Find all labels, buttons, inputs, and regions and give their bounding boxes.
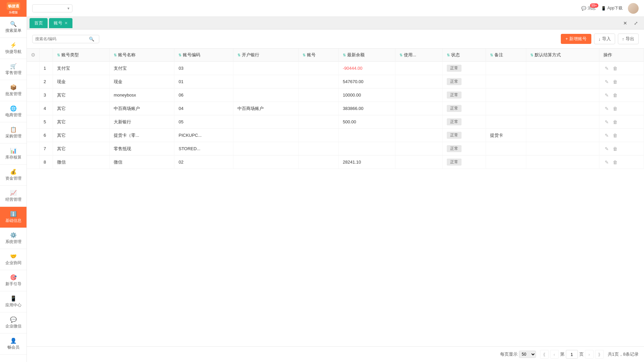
sidebar-label-app-center: 应用中心	[5, 302, 21, 308]
tab-home[interactable]: 首页	[30, 18, 48, 28]
tab-home-label: 首页	[34, 20, 43, 26]
tab-account[interactable]: 账号 ✕	[49, 18, 72, 28]
cell-name-3: 中百商场账户	[110, 102, 174, 115]
new-account-button[interactable]: + 新增账号	[561, 34, 591, 44]
cell-settings-6	[27, 142, 40, 156]
cell-type-2: 其它	[53, 88, 110, 102]
cell-usage-2	[395, 88, 443, 102]
next-page-btn[interactable]: ›	[585, 350, 594, 359]
delete-btn-2[interactable]: 🗑	[613, 93, 618, 98]
col-remark[interactable]: ⇅备注	[486, 49, 526, 62]
export-button[interactable]: ↑ 导出	[618, 34, 639, 44]
search-icon[interactable]: 🔍	[89, 37, 94, 42]
cell-code-7: 02	[174, 156, 233, 169]
cell-name-7: 微信	[110, 156, 174, 169]
col-balance[interactable]: ⇅最新余额	[338, 49, 395, 62]
cell-account-5	[298, 129, 338, 142]
sidebar-item-finance[interactable]: 💰资金管理	[0, 165, 26, 186]
sidebar-item-app-center[interactable]: 📱应用中心	[0, 291, 26, 312]
sidebar-item-search[interactable]: 🔍搜索菜单	[0, 17, 26, 38]
col-account[interactable]: ⇅账号	[298, 49, 338, 62]
prev-page-btn[interactable]: ‹	[550, 350, 559, 359]
cell-bank-1	[233, 75, 298, 88]
delete-btn-1[interactable]: 🗑	[613, 79, 618, 84]
edit-btn-0[interactable]: ✎	[605, 66, 609, 71]
sidebar-item-inventory[interactable]: 📊库存核算	[0, 143, 26, 165]
window-maximize-btn[interactable]: ⤢	[631, 18, 641, 28]
edit-btn-3[interactable]: ✎	[605, 106, 609, 111]
sidebar-item-operation[interactable]: 📈经营管理	[0, 186, 26, 207]
delete-btn-3[interactable]: 🗑	[613, 106, 618, 111]
cell-bank-0	[233, 62, 298, 75]
table-header-row: ⚙ ⇅账号类型 ⇅账号名称 ⇅账号编码 ⇅开户银行 ⇅账号 ⇅最新余额 ⇅使用.…	[27, 49, 644, 62]
window-close-btn[interactable]: ✕	[620, 18, 631, 28]
col-name[interactable]: ⇅账号名称	[110, 49, 174, 62]
last-page-btn[interactable]: ⟫	[595, 350, 604, 359]
sidebar-item-system[interactable]: ⚙️系统管理	[0, 228, 26, 249]
cell-settings-7	[27, 156, 40, 169]
sidebar-item-member[interactable]: 👤畅会员	[0, 334, 26, 355]
delete-btn-4[interactable]: 🗑	[613, 119, 618, 125]
first-page-btn[interactable]: ⟪	[540, 350, 549, 359]
delete-btn-0[interactable]: 🗑	[613, 66, 618, 71]
edit-btn-1[interactable]: ✎	[605, 79, 609, 84]
cell-settings-0	[27, 62, 40, 75]
sidebar-label-agreement: 企业协同	[5, 260, 21, 266]
sidebar-item-wechat[interactable]: 💬企业微信	[0, 312, 26, 334]
global-search[interactable]: ▾	[32, 4, 72, 12]
edit-btn-6[interactable]: ✎	[605, 146, 609, 152]
sidebar-item-guide[interactable]: 🎯新手引导	[0, 270, 26, 291]
guide-icon: 🎯	[10, 274, 17, 281]
cell-settings-3	[27, 102, 40, 115]
cell-account-7	[298, 156, 338, 169]
cell-name-4: 大新银行	[110, 115, 174, 129]
cell-name-6: 零售抵现	[110, 142, 174, 156]
edit-btn-4[interactable]: ✎	[605, 119, 609, 125]
quick-nav-icon: ⚡	[10, 42, 17, 48]
cell-num-1: 2	[40, 75, 53, 88]
per-page-select[interactable]: 50 100 200	[519, 351, 536, 358]
edit-btn-5[interactable]: ✎	[605, 133, 609, 138]
delete-btn-7[interactable]: 🗑	[613, 160, 618, 165]
table-row: 8 微信 微信 02 28241.10 正常 ✎ 🗑	[27, 156, 644, 169]
export-icon: ↑	[622, 37, 625, 42]
edit-btn-2[interactable]: ✎	[605, 93, 609, 98]
cell-type-0: 支付宝	[53, 62, 110, 75]
col-status[interactable]: ⇅状态	[442, 49, 486, 62]
edit-btn-7[interactable]: ✎	[605, 160, 609, 165]
col-code[interactable]: ⇅账号编码	[174, 49, 233, 62]
col-bank[interactable]: ⇅开户银行	[233, 49, 298, 62]
sidebar-label-inventory: 库存核算	[5, 155, 21, 160]
page-number-input[interactable]	[566, 350, 578, 359]
col-usage[interactable]: ⇅使用...	[395, 49, 443, 62]
sidebar-item-retail[interactable]: 🛒零售管理	[0, 59, 26, 80]
cell-num-7: 8	[40, 156, 53, 169]
cell-type-7: 微信	[53, 156, 110, 169]
col-default-payment[interactable]: ⇅默认结算方式	[526, 49, 599, 62]
sidebar-item-wholesale[interactable]: 📦批发管理	[0, 80, 26, 101]
cell-balance-3: 383866.00	[338, 102, 395, 115]
sidebar-label-member: 畅会员	[7, 345, 19, 350]
cell-remark-4	[486, 115, 526, 129]
sidebar-item-basic[interactable]: ℹ️基础信息	[0, 207, 26, 228]
search-input[interactable]	[35, 37, 89, 41]
sidebar-item-purchase[interactable]: 📋采购管理	[0, 122, 26, 143]
cell-account-6	[298, 142, 338, 156]
col-type[interactable]: ⇅账号类型	[53, 49, 110, 62]
messages-button[interactable]: 💬 消息 99+	[581, 5, 596, 11]
user-avatar[interactable]	[628, 3, 639, 14]
cell-usage-7	[395, 156, 443, 169]
delete-btn-6[interactable]: 🗑	[613, 146, 618, 152]
sidebar-item-agreement[interactable]: 🤝企业协同	[0, 249, 26, 270]
sidebar-item-quick-nav[interactable]: ⚡快捷导航	[0, 38, 26, 59]
tab-close-icon[interactable]: ✕	[64, 21, 68, 25]
cell-account-0	[298, 62, 338, 75]
import-button[interactable]: ↓ 导入	[594, 34, 615, 44]
col-action: 操作	[599, 49, 644, 62]
table-settings-icon[interactable]: ⚙	[31, 52, 35, 58]
sidebar-item-ecommerce[interactable]: 🌐电商管理	[0, 101, 26, 122]
app-download-button[interactable]: 📱 App下载	[601, 5, 623, 11]
cell-account-1	[298, 75, 338, 88]
delete-btn-5[interactable]: 🗑	[613, 133, 618, 138]
global-search-arrow: ▾	[67, 6, 69, 11]
